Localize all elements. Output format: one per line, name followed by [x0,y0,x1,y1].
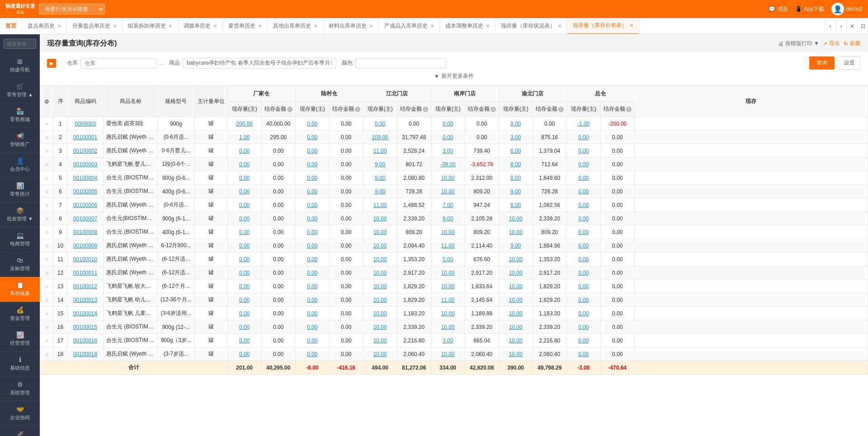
tab-qitachuku[interactable]: 其他出库单历史 ✕ [268,18,323,34]
sidebar-item-zijin[interactable]: 💰 资金管理 [0,302,40,327]
td-yb-qty[interactable]: 9.00 [499,185,533,198]
td-settings[interactable]: ○ [40,307,54,320]
sidebar-item-kuaijie[interactable]: ⊞ 快捷导航 [0,53,40,78]
td-jb-qty[interactable]: 10.00 [363,307,397,320]
td-settings[interactable]: ○ [40,293,54,307]
td-lc-qty[interactable]: 0.00 [295,144,329,158]
td-na-qty[interactable]: 10.00 [431,347,465,361]
td-yb-qty[interactable]: 8.00 [499,198,533,212]
td-zc-qty[interactable]: 0.00 [566,307,600,320]
tab-yaohuo-close[interactable]: ✕ [258,23,262,28]
td-zc-qty[interactable]: 0.00 [566,171,600,185]
td-zc-qty[interactable]: 0.00 [566,144,600,158]
tab-chenben-close[interactable]: ✕ [486,23,490,28]
nav-close-all-btn[interactable]: ✕ [846,18,857,34]
td-code[interactable]: 00100003 [67,158,104,171]
tab-yaohuo[interactable]: 要货单历史 ✕ [223,18,268,34]
td-na-qty[interactable]: 9.00 [431,212,465,225]
td-yb-qty[interactable]: 10.00 [499,280,533,293]
td-na-qty[interactable]: 7.00 [431,198,465,212]
td-fj-qty[interactable]: 0.00 [227,198,261,212]
td-lc-qty[interactable]: 0.00 [295,320,329,334]
td-lc-qty[interactable]: 0.00 [295,280,329,293]
td-code[interactable]: 00100015 [67,320,104,334]
td-na-qty[interactable]: 10.00 [431,307,465,320]
td-fj-qty[interactable]: 0.00 [227,266,261,280]
td-yb-qty[interactable]: 10.00 [499,225,533,239]
td-code[interactable]: 00100014 [67,307,104,320]
zc-amt-info[interactable]: i [626,107,632,112]
td-na-qty[interactable]: 10.00 [431,225,465,239]
td-fj-qty[interactable]: 1.00 [227,131,261,144]
td-jb-qty[interactable]: 10.00 [363,225,397,239]
sidebar-item-lingshoutj[interactable]: 📊 零售统计 [0,178,40,202]
td-lc-qty[interactable]: 0.00 [295,225,329,239]
tab-chanchenpin[interactable]: 产成品入库单历史 ✕ [379,18,440,34]
td-na-qty[interactable]: 3.00 [431,334,465,347]
tab-diaobodanls[interactable]: 调拨单历史 ✕ [178,18,223,34]
nav-expand-btn[interactable]: ⊡ [857,18,868,34]
tab-kucunzhuangkuang[interactable]: 现存量（库存状况表） ✕ [495,18,567,34]
td-jb-qty[interactable]: 9.00 [363,171,397,185]
td-lc-qty[interactable]: 0.00 [295,117,329,131]
td-fj-qty[interactable]: 0.00 [227,320,261,334]
nav-next-btn[interactable]: › [835,18,846,34]
color-input[interactable] [355,58,446,69]
td-yb-qty[interactable]: 10.00 [499,320,533,334]
td-yb-qty[interactable]: 0.00 [499,117,533,131]
td-yb-qty[interactable]: 10.00 [499,307,533,320]
td-zc-qty[interactable]: 0.00 [566,212,600,225]
td-zc-qty[interactable]: 0.00 [566,131,600,144]
td-jb-qty[interactable]: 10.00 [363,266,397,280]
sidebar-item-qiyext[interactable]: 🤝 企业协同 [0,401,40,426]
store-selector[interactable]: 母婴行业演示陈套 [39,4,105,14]
product-input[interactable] [183,58,336,69]
td-yb-qty[interactable]: 8.00 [499,171,533,185]
app-download-btn[interactable]: 📱 App下载 [795,5,824,13]
td-code[interactable]: 00100016 [67,334,104,347]
td-fj-qty[interactable]: 0.00 [227,293,261,307]
td-zc-qty[interactable]: -1.00 [566,117,600,131]
td-na-qty[interactable]: 10.00 [431,320,465,334]
td-fj-qty[interactable]: 0.00 [227,171,261,185]
sidebar-item-kucun[interactable]: 📋 库存核算 [0,277,40,302]
sidebar-item-xitong[interactable]: ⚙ 系统管理 [0,376,40,401]
td-zc-qty[interactable]: 0.00 [566,253,600,266]
td-yb-qty[interactable]: 10.00 [499,253,533,266]
td-fj-qty[interactable]: 0.00 [227,158,261,171]
td-jb-qty[interactable]: 109.00 [363,131,397,144]
td-zc-qty[interactable]: 0.00 [566,347,600,361]
td-jb-qty[interactable]: 10.00 [363,320,397,334]
sidebar-item-huiyuan[interactable]: 👤 会员中心 [0,153,40,178]
td-lc-qty[interactable]: 0.00 [295,253,329,266]
td-settings[interactable]: ○ [40,144,54,158]
td-code[interactable]: 00100011 [67,266,104,280]
settings-btn[interactable]: 设置 [838,56,861,70]
td-zc-qty[interactable]: 0.00 [566,158,600,171]
tab-pandian[interactable]: 盘点单历史 ✕ [22,18,67,34]
expand-conditions-btn[interactable]: ▼ 展开更多条件 [434,72,474,80]
sidebar-item-jingying[interactable]: 📈 经营管理 [0,327,40,352]
td-zc-qty[interactable]: 0.00 [566,185,600,198]
td-jb-qty[interactable]: 0.00 [363,117,397,131]
td-code[interactable]: 00100007 [67,212,104,225]
td-lc-qty[interactable]: 0.00 [295,131,329,144]
tab-cailiaochu[interactable]: 材料出库单历史 ✕ [323,18,379,34]
tab-zuzhechaichu[interactable]: 组装拆卸单历史 ✕ [123,18,178,34]
tab-zuzhechaichu-close[interactable]: ✕ [169,23,172,28]
td-zc-qty[interactable]: 0.00 [566,280,600,293]
td-jb-qty[interactable]: 10.00 [363,280,397,293]
refresh-btn[interactable]: ↻ 刷新 [844,40,861,47]
td-code[interactable]: 00100001 [67,131,104,144]
td-settings[interactable]: ○ [40,185,54,198]
td-code[interactable]: 0000003 [67,117,104,131]
td-yb-qty[interactable]: 9.00 [499,239,533,253]
tab-pandian-close[interactable]: ✕ [57,23,61,28]
td-jb-qty[interactable]: 11.00 [363,198,397,212]
sidebar-item-lingshou[interactable]: 🛒 零售管理 ▲ [0,78,40,103]
jb-amt-info[interactable]: i [423,107,428,112]
warehouse-more-btn[interactable]: ... [159,60,164,66]
td-settings[interactable]: ○ [40,158,54,171]
tab-kucunfenbu-close[interactable]: ✕ [630,23,633,28]
td-settings[interactable]: ○ [40,212,54,225]
